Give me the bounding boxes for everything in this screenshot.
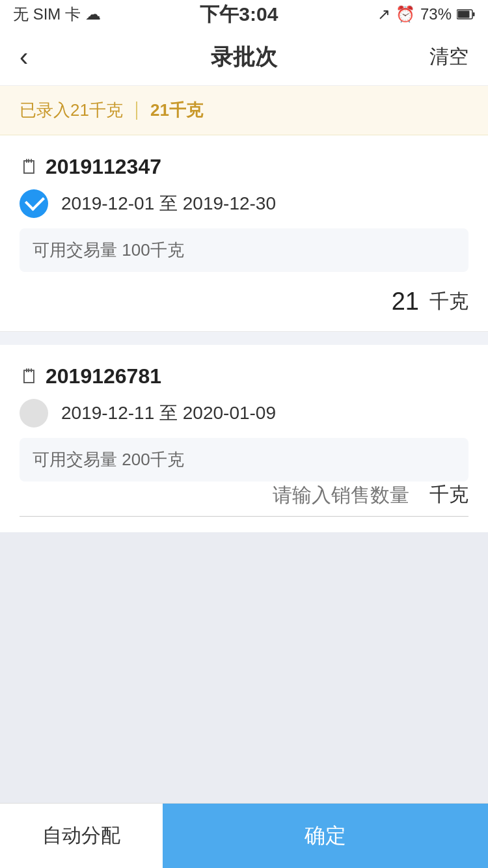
batch-2-quantity-input[interactable] xyxy=(20,484,419,506)
status-left: 无 SIM 卡 ☁ xyxy=(13,4,101,25)
svg-rect-1 xyxy=(472,12,474,16)
batch-2-availability: 可用交易量 200千克 xyxy=(20,438,468,481)
batch-item-2: 🗒 2019126781 2019-12-11 至 2020-01-09 可用交… xyxy=(0,345,488,532)
batch-1-quantity-row: 21 千克 xyxy=(0,272,488,332)
bottom-area xyxy=(0,532,488,806)
doc-icon-2: 🗒 xyxy=(20,366,39,388)
status-right: ↗ ⏰ 73% xyxy=(377,5,475,23)
batch-2-input-inner: 千克 xyxy=(20,481,468,517)
batch-item-1: 🗒 2019112347 2019-12-01 至 2019-12-30 可用交… xyxy=(0,135,488,332)
summary-divider xyxy=(136,102,137,120)
batch-1-availability-text: 可用交易量 100千克 xyxy=(33,240,184,260)
auto-distribute-button[interactable]: 自动分配 xyxy=(0,804,163,868)
doc-icon-1: 🗒 xyxy=(20,156,39,178)
batch-2-header: 🗒 2019126781 xyxy=(20,364,468,388)
battery-icon xyxy=(457,5,475,23)
batch-2-date-row: 2019-12-11 至 2020-01-09 xyxy=(20,399,468,427)
summary-entered: 已录入21千克 xyxy=(20,99,123,122)
batch-2-date: 2019-12-11 至 2020-01-09 xyxy=(61,401,276,426)
confirm-button[interactable]: 确定 xyxy=(163,804,488,868)
status-time: 下午3:04 xyxy=(200,1,278,28)
batch-1-date: 2019-12-01 至 2019-12-30 xyxy=(61,191,276,216)
battery-text: 73% xyxy=(420,5,452,23)
location-icon: ↗ xyxy=(377,5,390,23)
summary-total: 21千克 xyxy=(150,99,203,122)
batch-1-date-row: 2019-12-01 至 2019-12-30 xyxy=(20,189,468,218)
section-separator-1 xyxy=(0,332,488,345)
no-sim-text: 无 SIM 卡 ☁ xyxy=(13,4,101,25)
batch-1-checkbox[interactable] xyxy=(20,189,48,218)
batch-2-quantity-unit: 千克 xyxy=(429,481,468,508)
alarm-icon: ⏰ xyxy=(396,5,415,23)
batch-1-header: 🗒 2019112347 xyxy=(20,155,468,179)
batch-1-quantity-unit: 千克 xyxy=(429,288,468,315)
batch-1-availability: 可用交易量 100千克 xyxy=(20,228,468,272)
summary-banner: 已录入21千克 21千克 xyxy=(0,86,488,135)
status-bar: 无 SIM 卡 ☁ 下午3:04 ↗ ⏰ 73% xyxy=(0,0,488,29)
batch-2-id: 2019126781 xyxy=(46,364,161,388)
batch-2-input-wrapper: 千克 xyxy=(0,481,488,532)
svg-rect-2 xyxy=(457,11,469,18)
batch-2-checkbox[interactable] xyxy=(20,399,48,427)
page-title: 录批次 xyxy=(211,42,277,72)
batch-1-id: 2019112347 xyxy=(46,155,161,179)
bottom-bar: 自动分配 确定 xyxy=(0,803,488,868)
clear-button[interactable]: 清空 xyxy=(416,44,468,70)
batch-1-quantity-value: 21 xyxy=(392,288,419,316)
back-button[interactable]: ‹ xyxy=(20,42,72,72)
batch-2-availability-text: 可用交易量 200千克 xyxy=(33,450,184,469)
nav-bar: ‹ 录批次 清空 xyxy=(0,29,488,86)
